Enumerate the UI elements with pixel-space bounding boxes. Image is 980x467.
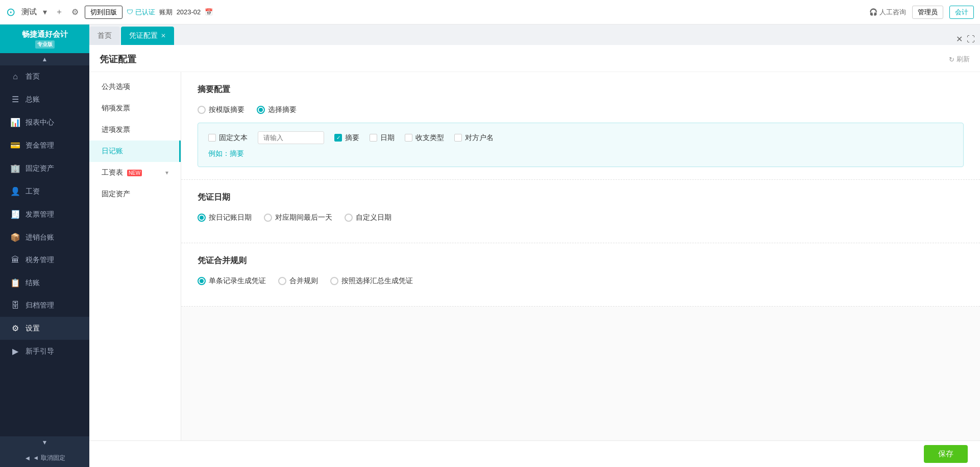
sidebar-item-guide[interactable]: ▶ 新手引导 — [0, 340, 89, 363]
report-icon: 📊 — [10, 118, 20, 127]
main-layout: 畅捷通好会计 专业版 ▲ ⌂ 首页 ☰ 总账 📊 报表中心 💳 资金管理 🏢 — [0, 25, 980, 467]
home-icon: ⌂ — [10, 72, 20, 81]
config-nav-sales-invoice[interactable]: 销项发票 — [89, 98, 181, 119]
top-header: ⊙ 测试 ▾ ＋ ⚙ 切到旧版 🛡 已认证 账期 2023-02 📅 🎧 人工咨… — [0, 0, 980, 25]
guide-icon: ▶ — [10, 346, 20, 356]
capital-icon: 💳 — [10, 141, 20, 150]
settings-icon: ⚙ — [10, 323, 20, 333]
radio-single-circle — [198, 277, 206, 285]
summary-radio-group: 按模版摘要 选择摘要 — [198, 105, 964, 114]
merge-radio-select-summary[interactable]: 按照选择汇总生成凭证 — [330, 276, 413, 286]
sidebar-nav: ⌂ 首页 ☰ 总账 📊 报表中心 💳 资金管理 🏢 固定资产 👤 工资 — [0, 65, 89, 436]
refresh-btn[interactable]: ↻ 刷新 — [949, 55, 970, 64]
sidebar-logo: 畅捷通好会计 专业版 — [0, 25, 89, 53]
sidebar-item-purchase-sale[interactable]: 📦 进销台账 — [0, 226, 89, 249]
date-radio-period-last[interactable]: 对应期间最后一天 — [264, 213, 332, 222]
voucher-date-section: 凭证日期 按日记账日期 对应期间最后一天 — [181, 180, 980, 243]
sidebar-item-settings[interactable]: ⚙ 设置 — [0, 317, 89, 340]
voucher-merge-section: 凭证合并规则 单条记录生成凭证 合并规则 — [181, 243, 980, 307]
checkbox-income-type[interactable]: 收支类型 — [405, 133, 444, 143]
tab-close-window-btn[interactable]: ✕ — [955, 33, 964, 45]
certified-status: 🛡 已认证 — [127, 8, 155, 17]
tab-home[interactable]: 首页 — [89, 27, 120, 45]
save-btn[interactable]: 保存 — [924, 445, 968, 463]
page-title: 凭证配置 — [100, 53, 136, 65]
sidebar-scroll-down-btn[interactable]: ▼ — [0, 436, 89, 449]
shield-icon: 🛡 — [127, 8, 133, 16]
checkbox-summary[interactable]: ✓ 摘要 — [334, 133, 359, 143]
fixed-text-checkbox — [208, 134, 216, 142]
invoice-icon: 🧾 — [10, 209, 20, 219]
date-checkbox — [370, 134, 377, 142]
summary-checkboxes: 固定文本 ✓ 摘要 日期 — [208, 131, 953, 144]
tab-voucher-config[interactable]: 凭证配置 ✕ — [121, 27, 174, 45]
accountant-btn[interactable]: 会计 — [949, 6, 974, 19]
summary-radio-select[interactable]: 选择摘要 — [257, 105, 297, 114]
nav-arrow-icon: ▾ — [165, 169, 168, 176]
voucher-merge-title: 凭证合并规则 — [198, 255, 964, 266]
sidebar-scroll-up-btn[interactable]: ▲ — [0, 53, 89, 65]
config-body: 公共选项 销项发票 进项发票 日记账 工资表 — [89, 72, 980, 440]
archive-icon: 🗄 — [10, 301, 20, 310]
sidebar-item-invoice[interactable]: 🧾 发票管理 — [0, 203, 89, 226]
sidebar: 畅捷通好会计 专业版 ▲ ⌂ 首页 ☰ 总账 📊 报表中心 💳 资金管理 🏢 — [0, 25, 89, 467]
summary-radio-template[interactable]: 按模版摘要 — [198, 105, 244, 114]
settings-gear-btn[interactable]: ⚙ — [69, 6, 81, 18]
bottom-bar: 保存 — [89, 440, 980, 467]
sidebar-item-report[interactable]: 📊 报表中心 — [0, 111, 89, 134]
tabs-bar: 首页 凭证配置 ✕ ✕ ⛶ — [89, 25, 980, 45]
service-link[interactable]: 🎧 人工咨询 — [869, 8, 906, 17]
header-left: ⊙ 测试 ▾ ＋ ⚙ 切到旧版 🛡 已认证 账期 2023-02 📅 — [6, 6, 865, 19]
sidebar-item-tax[interactable]: 🏛 税务管理 — [0, 249, 89, 271]
date-radio-custom[interactable]: 自定义日期 — [345, 213, 391, 222]
summary-config-section: 摘要配置 按模版摘要 选择摘要 — [181, 72, 980, 180]
cancel-fixed-icon: ◄ — [24, 454, 31, 462]
sidebar-item-salary[interactable]: 👤 工资 — [0, 180, 89, 203]
date-radio-diary[interactable]: 按日记账日期 — [198, 213, 252, 222]
merge-radio-merge[interactable]: 合并规则 — [278, 276, 318, 286]
project-dropdown-btn[interactable]: ▾ — [41, 6, 49, 18]
voucher-date-title: 凭证日期 — [198, 192, 964, 203]
config-nav-diary[interactable]: 日记账 — [89, 141, 181, 162]
voucher-merge-radio-group: 单条记录生成凭证 合并规则 按照选择汇总生成凭证 — [198, 276, 964, 286]
radio-period-last-circle — [264, 214, 272, 222]
merge-radio-single[interactable]: 单条记录生成凭证 — [198, 276, 266, 286]
config-nav-payroll[interactable]: 工资表 NEW ▾ — [89, 162, 181, 183]
tab-expand-btn[interactable]: ⛶ — [966, 34, 976, 45]
radio-template-circle — [198, 106, 206, 114]
summary-section-title: 摘要配置 — [198, 84, 964, 95]
radio-diary-date-circle — [198, 214, 206, 222]
sidebar-item-archive[interactable]: 🗄 归档管理 — [0, 294, 89, 317]
config-nav-purchase-invoice[interactable]: 进项发票 — [89, 119, 181, 141]
tab-close-btn[interactable]: ✕ — [161, 32, 166, 39]
app-logo-icon: ⊙ — [6, 6, 15, 19]
radio-select-summary-circle — [330, 277, 338, 285]
config-nav-fixed-asset[interactable]: 固定资产 — [89, 183, 181, 205]
cancel-fixed-btn[interactable]: ◄ ◄ 取消固定 — [0, 449, 89, 467]
content-area: 首页 凭证配置 ✕ ✕ ⛶ 凭证配置 ↻ 刷新 — [89, 25, 980, 467]
sidebar-item-settle[interactable]: 📋 结账 — [0, 271, 89, 294]
fixed-text-input[interactable] — [258, 131, 324, 144]
add-project-btn[interactable]: ＋ — [53, 6, 65, 18]
switch-old-version-btn[interactable]: 切到旧版 — [85, 6, 122, 19]
sidebar-item-ledger[interactable]: ☰ 总账 — [0, 88, 89, 111]
fixed-asset-icon: 🏢 — [10, 164, 20, 173]
checkbox-fixed-text[interactable]: 固定文本 — [208, 133, 248, 143]
calendar-icon[interactable]: 📅 — [205, 8, 213, 16]
payroll-nav-row: 工资表 NEW ▾ — [102, 168, 168, 177]
page-header: 凭证配置 ↻ 刷新 — [89, 45, 980, 72]
config-left-nav: 公共选项 销项发票 进项发票 日记账 工资表 — [89, 72, 181, 440]
sidebar-item-home[interactable]: ⌂ 首页 — [0, 65, 89, 88]
config-nav-public[interactable]: 公共选项 — [89, 76, 181, 98]
radio-custom-circle — [345, 214, 353, 222]
tax-icon: 🏛 — [10, 255, 20, 265]
sidebar-item-fixed-asset[interactable]: 🏢 固定资产 — [0, 157, 89, 180]
radio-merge-circle — [278, 277, 286, 285]
purchase-sale-icon: 📦 — [10, 232, 20, 242]
config-right: 摘要配置 按模版摘要 选择摘要 — [181, 72, 980, 440]
manager-btn[interactable]: 管理员 — [912, 6, 943, 19]
headset-icon: 🎧 — [869, 8, 877, 16]
checkbox-date[interactable]: 日期 — [370, 133, 395, 143]
checkbox-counterpart[interactable]: 对方户名 — [454, 133, 494, 143]
sidebar-item-capital[interactable]: 💳 资金管理 — [0, 134, 89, 157]
